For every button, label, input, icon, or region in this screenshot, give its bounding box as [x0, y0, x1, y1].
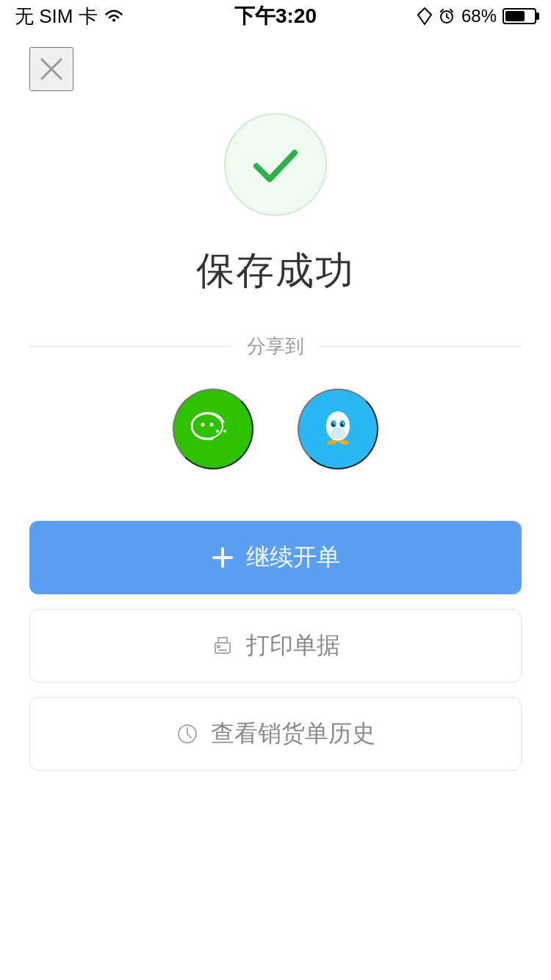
svg-point-18: [342, 423, 344, 425]
share-label: 分享到: [247, 334, 304, 359]
qq-icon: [314, 406, 362, 453]
wifi-icon: [104, 8, 124, 24]
continue-label: 继续开单: [246, 541, 340, 574]
close-button[interactable]: [29, 47, 73, 91]
svg-point-11: [223, 430, 226, 433]
sim-label: 无 SIM 卡: [15, 4, 98, 29]
svg-rect-24: [212, 556, 233, 559]
wechat-share-button[interactable]: [173, 389, 253, 469]
success-title: 保存成功: [196, 245, 355, 297]
history-button[interactable]: 查看销货单历史: [29, 697, 522, 771]
svg-point-8: [201, 422, 204, 426]
continue-button[interactable]: 继续开单: [29, 521, 522, 594]
qq-share-button[interactable]: [298, 389, 378, 469]
plus-icon: [211, 546, 234, 569]
status-right: 68%: [417, 6, 536, 26]
main-content: 保存成功 分享到: [0, 32, 551, 980]
history-icon: [176, 722, 199, 746]
close-icon: [38, 56, 65, 82]
svg-point-22: [331, 428, 345, 439]
checkmark-icon: [246, 135, 305, 194]
print-label: 打印单据: [246, 630, 340, 662]
location-icon: [417, 7, 432, 25]
svg-point-9: [209, 422, 213, 426]
svg-point-15: [331, 422, 335, 426]
share-divider: 分享到: [29, 334, 522, 359]
divider-line-right: [319, 346, 522, 347]
success-icon-container: [224, 113, 327, 216]
action-buttons: 继续开单 打印单据 查看销货单历史: [29, 521, 522, 771]
status-bar: 无 SIM 卡 下午3:20 68%: [0, 0, 551, 32]
print-button[interactable]: 打印单据: [29, 609, 522, 682]
status-time: 下午3:20: [234, 2, 317, 30]
svg-point-10: [216, 430, 219, 433]
history-label: 查看销货单历史: [211, 718, 375, 750]
share-icons-container: [173, 389, 378, 469]
wechat-icon: [190, 406, 237, 453]
svg-point-17: [334, 423, 335, 425]
battery-percent: 68%: [461, 6, 497, 26]
alarm-icon: [438, 7, 455, 25]
print-icon: [211, 634, 234, 657]
svg-point-16: [340, 422, 344, 426]
divider-line-left: [29, 346, 232, 347]
status-left: 无 SIM 卡: [15, 4, 124, 29]
svg-rect-26: [217, 646, 220, 647]
battery-icon: [503, 8, 536, 24]
